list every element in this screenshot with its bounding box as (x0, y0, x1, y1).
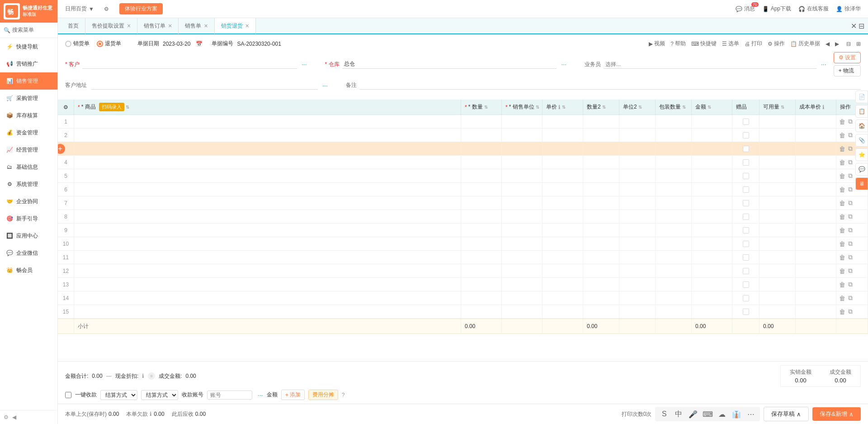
tab-close-icon[interactable]: × (204, 22, 208, 29)
row-qty[interactable] (461, 264, 502, 277)
row-qty2[interactable] (583, 291, 619, 305)
sort-icon[interactable]: ⇅ (682, 105, 686, 110)
cloud-icon[interactable]: ☁ (716, 408, 728, 420)
sort-icon[interactable]: ⇅ (602, 105, 606, 110)
row-price[interactable] (542, 142, 583, 155)
gift-checkbox[interactable] (743, 159, 749, 166)
tab-close-icon[interactable]: × (168, 22, 172, 29)
row-amount[interactable] (692, 196, 732, 210)
row-unit[interactable] (502, 196, 542, 210)
row-product[interactable] (74, 156, 461, 169)
row-product[interactable] (74, 237, 461, 250)
row-price[interactable] (542, 291, 583, 305)
gift-checkbox[interactable] (743, 132, 749, 138)
account-input[interactable] (207, 391, 252, 400)
discount-info-icon[interactable]: ℹ (142, 373, 144, 379)
row-qty[interactable] (461, 291, 502, 305)
tab-sales[interactable]: 销售单 × (179, 18, 214, 34)
row-qty[interactable] (461, 142, 502, 155)
row-amount[interactable] (692, 183, 732, 196)
select-btn[interactable]: ☰ 选单 (722, 40, 739, 48)
row-amount[interactable] (692, 115, 732, 128)
row-amount[interactable] (692, 305, 732, 318)
row-unit[interactable] (502, 129, 542, 142)
gift-checkbox[interactable] (743, 309, 749, 315)
row-cost[interactable] (796, 169, 836, 182)
delete-icon[interactable]: 🗑 (839, 186, 845, 193)
row-pack[interactable] (656, 169, 692, 182)
sort-icon[interactable]: ⇅ (781, 105, 784, 110)
copy-icon[interactable]: ⧉ (848, 186, 853, 193)
account-picker-btn[interactable]: ··· (258, 391, 263, 399)
row-amount[interactable] (692, 264, 732, 277)
row-cost[interactable] (796, 210, 836, 223)
row-product[interactable] (74, 251, 461, 264)
right-panel-icon-5[interactable]: ⭐ (855, 148, 868, 161)
online-service-btn[interactable]: 🎧 在线客服 (798, 5, 829, 13)
nav-next-icon[interactable]: ▶ (835, 41, 839, 47)
row-product[interactable] (74, 291, 461, 305)
customer-picker-btn[interactable]: ··· (302, 61, 307, 68)
gift-checkbox[interactable] (743, 254, 749, 261)
price-info-icon[interactable]: ℹ (558, 104, 561, 110)
row-price[interactable] (542, 251, 583, 264)
fenyong-info-icon[interactable]: ? (342, 392, 345, 398)
row-avail[interactable] (760, 183, 796, 196)
row-amount[interactable] (692, 129, 732, 142)
copy-icon[interactable]: ⧉ (848, 294, 853, 302)
radio-return[interactable]: 退货单 (97, 40, 121, 48)
row-unit[interactable] (502, 115, 542, 128)
row-qty2[interactable] (583, 264, 619, 277)
cost-info-icon[interactable]: ℹ (822, 104, 825, 110)
row-unit2[interactable] (619, 169, 656, 182)
row-qty[interactable] (461, 237, 502, 250)
print-btn[interactable]: 🖨 打印 (745, 40, 762, 48)
row-unit2[interactable] (619, 115, 656, 128)
tab-menu-btn[interactable]: ⊟ (859, 22, 864, 30)
row-avail[interactable] (760, 291, 796, 305)
copy-icon[interactable]: ⧉ (848, 253, 853, 261)
sidebar-item-guide[interactable]: 🎯 新手引导 (0, 210, 57, 227)
row-avail[interactable] (760, 210, 796, 223)
row-gift[interactable] (732, 291, 760, 305)
row-cost[interactable] (796, 278, 836, 291)
row-unit[interactable] (502, 224, 542, 237)
row-avail[interactable] (760, 264, 796, 277)
topbar-category[interactable]: 日用百货 ▼ (65, 5, 94, 13)
row-avail[interactable] (760, 142, 796, 155)
row-unit[interactable] (502, 251, 542, 264)
save-draft-btn[interactable]: 保存草稿 ∧ (764, 407, 809, 421)
row-unit[interactable] (502, 169, 542, 182)
row-qty2[interactable] (583, 196, 619, 210)
sidebar-item-finance[interactable]: 💰 资金管理 (0, 124, 57, 141)
row-qty[interactable] (461, 129, 502, 142)
delete-icon[interactable]: 🗑 (839, 159, 845, 166)
tab-close-icon[interactable]: × (127, 22, 131, 29)
row-qty[interactable] (461, 278, 502, 291)
gift-checkbox[interactable] (743, 227, 749, 233)
row-avail[interactable] (760, 129, 796, 142)
row-unit2[interactable] (619, 210, 656, 223)
row-qty2[interactable] (583, 142, 619, 155)
row-price[interactable] (542, 305, 583, 318)
row-unit2[interactable] (619, 291, 656, 305)
row-unit2[interactable] (619, 278, 656, 291)
copy-icon[interactable]: ⧉ (848, 213, 853, 220)
sidebar-item-purchase[interactable]: 🛒 采购管理 (0, 90, 57, 107)
row-unit2[interactable] (619, 156, 656, 169)
right-panel-icon-2[interactable]: 📋 (855, 105, 868, 118)
row-unit[interactable] (502, 156, 542, 169)
staff-input[interactable] (604, 60, 816, 69)
gift-checkbox[interactable] (743, 119, 749, 125)
row-price[interactable] (542, 210, 583, 223)
row-pack[interactable] (656, 224, 692, 237)
row-price[interactable] (542, 169, 583, 182)
row-cost[interactable] (796, 224, 836, 237)
sort-icon[interactable]: ⇅ (484, 105, 488, 110)
row-pack[interactable] (656, 129, 692, 142)
copy-icon[interactable]: ⧉ (848, 199, 853, 207)
row-gift[interactable] (732, 224, 760, 237)
row-amount[interactable] (692, 210, 732, 223)
sidebar-item-member[interactable]: 👑 畅会员 (0, 262, 57, 279)
sidebar-item-shortcut[interactable]: ⚡ 快捷导航 (0, 38, 57, 55)
